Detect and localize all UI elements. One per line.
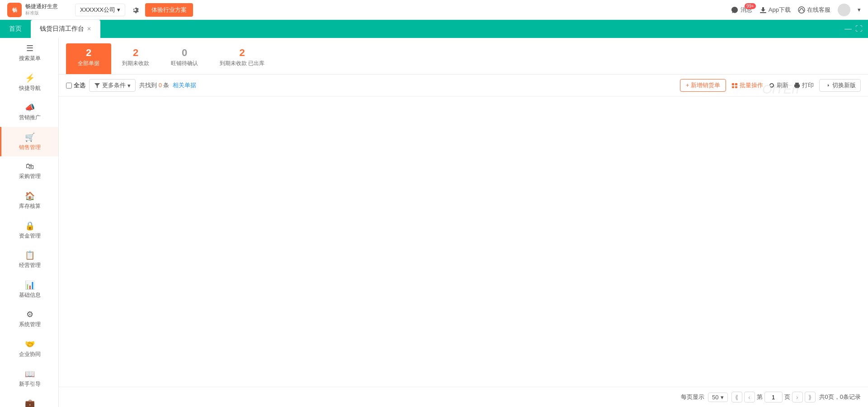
stat-tab-overdue[interactable]: 2 到期未收款: [111, 43, 160, 74]
tab-home[interactable]: 首页: [0, 20, 31, 38]
stat-all-count: 2: [86, 47, 91, 59]
sidebar-item-system[interactable]: ⚙ 系统管理: [0, 304, 58, 334]
page-size-label: 每页显示: [681, 393, 704, 401]
page-prefix-label: 第: [757, 393, 763, 401]
sidebar-item-marketing[interactable]: 📣 营销推广: [0, 97, 58, 127]
page-size-select[interactable]: 50 ▾: [708, 393, 727, 402]
operations-icon: 📋: [25, 250, 35, 260]
marketing-icon: 📣: [25, 103, 35, 112]
sidebar-item-sales[interactable]: 🛒 销售管理: [0, 127, 58, 157]
filter-btn-label: 更多条件: [102, 81, 126, 89]
related-records-link[interactable]: 相关单据: [173, 81, 196, 89]
sidebar-item-enterprise-collab[interactable]: 🤝 企业协同: [0, 334, 58, 364]
sidebar-item-quick-nav[interactable]: ⚡ 快捷导航: [0, 68, 58, 98]
count-text: 共找到 0 条: [139, 81, 169, 89]
sidebar-item-guide[interactable]: 📖 新手引导: [0, 364, 58, 393]
header-right: 消息 99+ App下载 在线客服 ▾: [731, 4, 861, 16]
sidebar-basic-info-label: 基础信息: [19, 292, 41, 299]
chevron-down-filter-icon: ▾: [127, 82, 131, 89]
sidebar-operations-label: 经营管理: [19, 262, 41, 269]
print-button[interactable]: 打印: [794, 81, 814, 89]
svg-rect-2: [760, 12, 766, 13]
stat-tab-pending[interactable]: 0 旺铺待确认: [160, 43, 209, 74]
guide-icon: 📖: [25, 369, 35, 379]
select-all-input[interactable]: [66, 83, 72, 89]
refresh-button[interactable]: 刷新: [769, 81, 788, 89]
svg-point-3: [798, 7, 805, 13]
app-download-button[interactable]: App下载: [760, 6, 791, 14]
tab-work-station[interactable]: 钱货日清工作台 ✕: [31, 20, 100, 38]
minimize-icon[interactable]: —: [844, 25, 852, 33]
maximize-icon[interactable]: ⛶: [855, 25, 863, 33]
sidebar-item-purchase[interactable]: 🛍 采购管理: [0, 156, 58, 186]
app-title: 畅捷通好生意: [25, 3, 58, 10]
tab-close-icon[interactable]: ✕: [87, 26, 91, 32]
settings-button[interactable]: [129, 4, 142, 16]
last-page-button[interactable]: ⟫: [805, 392, 816, 402]
stat-tab-shipped[interactable]: 2 到期未收款 已出库: [209, 43, 275, 74]
svg-rect-10: [795, 83, 799, 84]
sidebar-item-search[interactable]: ☰ 搜索菜单: [0, 38, 58, 68]
tab-work-station-label: 钱货日清工作台: [40, 25, 84, 33]
stat-tab-all[interactable]: 2 全部单据: [66, 43, 111, 74]
company-name: XXXXXX公司: [80, 6, 115, 14]
sidebar-sales-label: 销售管理: [19, 144, 41, 151]
stat-pending-count: 0: [182, 47, 187, 59]
main-layout: ☰ 搜索菜单 ⚡ 快捷导航 📣 营销推广 🛒 销售管理 🛍 采购管理 🏠 库存核…: [0, 38, 868, 407]
chevron-down-icon: ▾: [117, 6, 120, 13]
batch-operation-button[interactable]: 批量操作: [731, 81, 763, 89]
system-icon: ⚙: [26, 309, 33, 319]
messages-button[interactable]: 消息 99+: [731, 6, 752, 14]
sidebar-item-inventory[interactable]: 🏠 库存核算: [0, 186, 58, 215]
print-label: 打印: [802, 81, 814, 89]
messages-badge: 99+: [745, 3, 756, 9]
trial-button[interactable]: 体验行业方案: [145, 3, 193, 17]
page-size-value: 50: [712, 394, 718, 401]
user-name-btn[interactable]: ▾: [858, 6, 861, 13]
header-center: XXXXXX公司 ▾ 体验行业方案: [66, 3, 731, 17]
switch-version-button[interactable]: 切换新版: [819, 79, 861, 92]
toolbar-left: 全选 更多条件 ▾ 共找到 0 条 相关单据: [66, 79, 676, 92]
tab-bar: 首页 钱货日清工作台 ✕ — ⛶: [0, 20, 868, 38]
chevron-down-page-icon: ▾: [721, 394, 724, 401]
sidebar-system-label: 系统管理: [19, 321, 41, 328]
stats-bar: 2 全部单据 2 到期未收款 0 旺铺待确认 2 到期未收款 已出库: [59, 38, 868, 75]
svg-rect-5: [803, 10, 804, 11]
stat-overdue-count: 2: [133, 47, 138, 59]
sidebar-purchase-label: 采购管理: [19, 173, 41, 180]
avatar[interactable]: [838, 4, 850, 16]
page-nav: ⟪ ‹ 第 页 › ⟫: [731, 392, 816, 402]
sidebar-item-app-center[interactable]: 💼 应用中心: [0, 393, 58, 407]
app-download-label: App下载: [769, 6, 791, 14]
total-records-label: 共0页，0条记录: [819, 393, 861, 401]
batch-operation-label: 批量操作: [740, 81, 763, 89]
next-page-button[interactable]: ›: [792, 392, 803, 402]
sidebar-item-basic-info[interactable]: 📊 基础信息: [0, 275, 58, 304]
page-suffix-label: 页: [784, 393, 790, 401]
filter-button[interactable]: 更多条件 ▾: [89, 79, 136, 92]
sidebar-item-operations[interactable]: 📋 经营管理: [0, 245, 58, 275]
svg-rect-9: [735, 86, 737, 88]
sidebar-search-label: 搜索菜单: [19, 55, 41, 62]
finance-icon: 🔒: [25, 221, 35, 231]
first-page-button[interactable]: ⟪: [731, 392, 742, 402]
stat-shipped-label: 到期未收款 已出库: [220, 60, 264, 67]
prev-page-button[interactable]: ‹: [744, 392, 755, 402]
page-input[interactable]: [764, 392, 783, 402]
company-selector[interactable]: XXXXXX公司 ▾: [75, 4, 125, 16]
switch-version-label: 切换新版: [832, 81, 856, 89]
pagination-bar: 每页显示 50 ▾ ⟪ ‹ 第 页 › ⟫ 共0页，0条记录: [59, 387, 868, 407]
sidebar-item-finance[interactable]: 🔒 资金管理: [0, 215, 58, 245]
quick-nav-icon: ⚡: [25, 73, 35, 83]
sidebar-marketing-label: 营销推广: [19, 114, 41, 122]
select-all-checkbox[interactable]: 全选: [66, 81, 85, 89]
svg-rect-8: [732, 86, 734, 88]
sidebar-finance-label: 资金管理: [19, 233, 41, 240]
sidebar-enterprise-collab-label: 企业协同: [19, 351, 41, 358]
new-order-button[interactable]: + 新增销货单: [680, 79, 726, 92]
table-area: [59, 97, 868, 387]
online-service-button[interactable]: 在线客服: [798, 6, 830, 14]
stat-overdue-label: 到期未收款: [122, 60, 149, 67]
sales-icon: 🛒: [25, 132, 35, 142]
tab-bar-actions: — ⛶: [844, 25, 868, 33]
